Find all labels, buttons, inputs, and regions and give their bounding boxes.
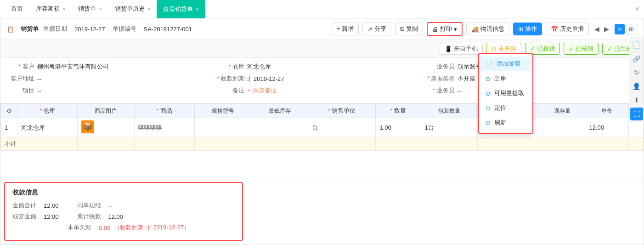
note-field: 备注 + 添加备注 [217, 86, 427, 95]
bottom-section: 收款信息 金额合计 12.00 同单现结 -- 成交金额 12.00 累计收款 [0, 178, 644, 245]
warehouse-value: 河北仓库 [247, 63, 271, 71]
row-unit-price: 12.00 [585, 118, 628, 137]
cumulative-payment-value: 12.00 [108, 213, 124, 220]
same-order-field: 同单现结 -- [77, 201, 113, 210]
number-value: SA-20191227-001 [144, 26, 192, 33]
tab-sales-history-label: 销货单历史 [115, 5, 145, 13]
share-button[interactable]: ↗ 分享 [362, 23, 391, 35]
logistics-button[interactable]: 🚚 物流信息 [466, 23, 509, 35]
payment-info: 收款信息 金额合计 12.00 同单现结 -- 成交金额 12.00 累计收款 [4, 182, 243, 241]
row-qty: 1.00 [376, 118, 421, 137]
due-date-field: 收款到期日 2019-12-27 [217, 74, 427, 83]
due-date-value: 2019-12-27 [254, 75, 284, 82]
grid-view-button[interactable]: ⊞ [626, 24, 637, 34]
new-button[interactable]: + 新增 [332, 23, 359, 35]
sidebar-fullscreen-icon[interactable]: ⛶ [630, 108, 643, 120]
sold-button[interactable]: ✓ 已核销 [564, 43, 599, 55]
address-label: 客户地址 [7, 74, 34, 83]
same-order-label: 同单现结 [77, 201, 105, 210]
subtotal-col-6 [308, 137, 376, 151]
col-unit-price: 单价 [585, 104, 628, 118]
tab-inventory-init[interactable]: 库存期初 × [29, 0, 72, 18]
col-spec: 规格型号 [194, 104, 251, 118]
staff-value: 演示账号 [458, 63, 481, 71]
tab-home[interactable]: 首页 [5, 0, 29, 18]
grid-icon: ⊞ [518, 26, 523, 33]
tab-inventory-init-label: 库存期初 [36, 5, 60, 13]
col-product-img: 商品图片 [78, 104, 135, 118]
transaction-amount-field: 成交金额 12.00 [12, 212, 59, 221]
project-value: -- [37, 87, 41, 94]
outbound-item[interactable]: ⊙ 出库 [479, 71, 532, 86]
tab-sales-history[interactable]: 销货单历史 × [108, 0, 157, 18]
due-date-note: （收款到期日: 2019-12-27） [114, 223, 190, 232]
form-row-3: 项目 -- 备注 + 添加备注 业务员 -- [7, 86, 637, 95]
tab-home-label: 首页 [11, 5, 23, 13]
subtotal-col-10 [539, 137, 585, 151]
form-row-1: 客户 柳州粤港平安气体有限公司 仓库 河北仓库 业务员 演示账号 [7, 63, 637, 71]
customer-label: 客户 [7, 63, 34, 71]
sidebar-export-icon[interactable]: ⬆ [630, 94, 643, 107]
copy-icon: ⧉ [400, 25, 404, 33]
transaction-amount-value: 12.00 [44, 213, 59, 220]
from-phone-button[interactable]: 📱 来自手机 [440, 43, 483, 55]
tab-sales-history-close[interactable]: × [147, 6, 150, 11]
sidebar-refresh-icon[interactable]: ↻ [630, 66, 643, 79]
sidebar-user-icon[interactable]: 👤 [630, 80, 643, 93]
share-icon: ↗ [367, 26, 373, 33]
operation-button[interactable]: ⊞ 操作 [513, 23, 542, 35]
total-amount-field: 金额合计 12.00 [12, 201, 59, 210]
add-invoice-label: 添加发票 [497, 60, 520, 68]
status-bar: 📱 来自手机 ⊙ 未开票 ✓ 已核销 ✓ 已核销 ✓ 已生效 [0, 40, 644, 58]
col-qty: 数量 [376, 104, 421, 118]
sidebar-link-icon[interactable]: 🔗 [630, 52, 643, 65]
print-button[interactable]: 🖨 打印 ▾ [427, 22, 463, 36]
prev-arrow[interactable]: ◀ [593, 24, 601, 34]
doc-type-icon: 📋 [7, 26, 14, 33]
address-field: 客户地址 -- [7, 74, 217, 83]
main-content: 📋 销货单 单据日期 2019-12-27 单据编号 SA-20191227-0… [0, 18, 644, 245]
print-icon: 🖨 [432, 26, 438, 33]
locate-item[interactable]: ⊙ 定位 [479, 101, 532, 115]
add-invoice-item[interactable]: 📄 添加发票 [479, 57, 532, 71]
doc-meta: 单据日期 2019-12-27 单据编号 SA-20191227-001 [43, 25, 192, 33]
history-button[interactable]: 📅 历史单据 [546, 23, 589, 35]
subtotal-col-2 [78, 137, 135, 151]
row-product-img [78, 118, 135, 137]
doc-title-area: 📋 销货单 单据日期 2019-12-27 单据编号 SA-20191227-0… [7, 25, 192, 33]
window-close-button[interactable]: × [635, 5, 639, 13]
tab-view-sales-close[interactable]: × [196, 6, 198, 12]
payment-row-3: 本单欠款 0.00 （收款到期日: 2019-12-27） [12, 223, 235, 232]
available-extract-item[interactable]: ⊙ 可用量提取 [479, 86, 532, 101]
next-arrow[interactable]: ▶ [602, 24, 611, 34]
ticket-type-value: 不开票 [458, 74, 475, 83]
logistics-icon: 🚚 [471, 26, 479, 33]
project-field: 项目 -- [7, 86, 217, 95]
tab-sales-order-close[interactable]: × [99, 6, 102, 11]
tab-sales-order[interactable]: 销货单 × [72, 0, 108, 18]
ticket-icon: ⊙ [491, 46, 497, 52]
toolbar: + 新增 ↗ 分享 ⧉ 复制 🖨 打印 ▾ 🚚 物流信息 ⊞ 操作 [332, 22, 637, 36]
col-min-stock: 最低库存 [251, 104, 308, 118]
tab-inventory-init-close[interactable]: × [62, 6, 65, 11]
product-image [81, 120, 94, 133]
payment-row-2: 成交金额 12.00 累计收款 12.00 [12, 212, 235, 221]
row-pack-qty: 1台 [421, 118, 478, 137]
tab-view-sales[interactable]: 查看销货单 × [157, 0, 205, 18]
subtotal-row: 小计 [1, 137, 644, 151]
copy-button[interactable]: ⧉ 复制 [395, 23, 423, 35]
outbound-icon: ⊙ [486, 75, 491, 82]
list-view-button[interactable]: ≡ [615, 24, 625, 34]
effective-check-icon: ✓ [607, 46, 612, 52]
table-row: 1 河北仓库 嘻嘻嘻嘻 台 1.00 1台 12.00 [1, 118, 644, 137]
row-min-stock [251, 118, 308, 137]
settings-gear-icon[interactable]: ⚙ [6, 108, 12, 114]
sidebar-doc-icon[interactable]: 📄 [630, 39, 643, 51]
add-note-button[interactable]: + 添加备注 [247, 86, 276, 95]
view-toggle: ≡ ⊞ [615, 24, 637, 34]
subtotal-col-7 [376, 137, 421, 151]
doc-header: 📋 销货单 单据日期 2019-12-27 单据编号 SA-20191227-0… [0, 18, 644, 40]
refresh-item[interactable]: ⊙ 刷新 [479, 115, 532, 130]
form-area: 客户 柳州粤港平安气体有限公司 仓库 河北仓库 业务员 演示账号 客户地址 --… [0, 58, 644, 103]
customer-field: 客户 柳州粤港平安气体有限公司 [7, 63, 217, 71]
